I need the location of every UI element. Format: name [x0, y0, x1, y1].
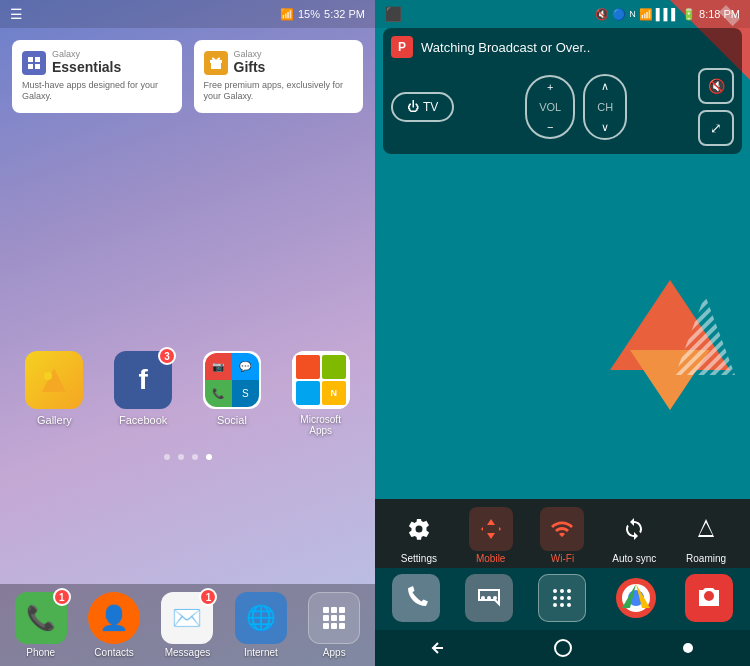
tv-power-button[interactable]: ⏻ TV	[391, 92, 454, 122]
recent-button[interactable]	[658, 630, 718, 666]
status-right-icons: 🔇 🔵 N 📶 ▌▌▌ 🔋 8:18 PM	[595, 8, 740, 21]
battery-text: 15%	[298, 8, 320, 20]
time-left: 5:32 PM	[324, 8, 365, 20]
tv-card-header: P Watching Broadcast or Over..	[391, 36, 734, 58]
time-right: 8:18 PM	[699, 8, 740, 20]
spacer-decoration	[375, 154, 750, 499]
dock-camera-right[interactable]	[677, 574, 742, 622]
camera-dock-icon-right	[685, 574, 733, 622]
dock-chat-right[interactable]	[457, 574, 522, 622]
signal-icon: 📶	[280, 8, 294, 21]
status-bar-right: ⬛ 🔇 🔵 N 📶 ▌▌▌ 🔋 8:18 PM	[375, 0, 750, 28]
svg-point-34	[555, 640, 571, 656]
gallery-icon-wrap	[25, 351, 83, 409]
qs-settings[interactable]: Settings	[387, 507, 451, 564]
app-grid: Gallery f 3 Facebook 📷 💬 📞 S	[0, 341, 375, 446]
vol-control[interactable]: + VOL −	[525, 75, 575, 139]
dock-apps-right[interactable]	[530, 574, 595, 622]
qs-mobile[interactable]: Mobile	[459, 507, 523, 564]
skype-q: S	[232, 380, 259, 407]
svg-rect-11	[323, 615, 329, 621]
gifts-desc: Free premium apps, exclusively for your …	[204, 80, 354, 103]
messages-label: Messages	[165, 647, 211, 658]
bluetooth-icon: 🔵	[612, 8, 626, 21]
expand-button[interactable]: ⤢	[698, 110, 734, 146]
dock-phone[interactable]: 📞 1 Phone	[8, 592, 73, 658]
dot-3[interactable]	[192, 454, 198, 460]
svg-rect-0	[28, 57, 33, 62]
svg-marker-6	[42, 368, 66, 392]
phone-dock-icon-right	[392, 574, 440, 622]
vol-down-icon: −	[547, 121, 553, 133]
card-header-gifts: Galaxy Gifts	[204, 50, 354, 76]
qs-wifi[interactable]: Wi-Fi	[530, 507, 594, 564]
qs-autosync[interactable]: Auto sync	[602, 507, 666, 564]
app-item-gallery[interactable]: Gallery	[15, 351, 93, 436]
app-item-facebook[interactable]: f 3 Facebook	[104, 351, 182, 436]
mute-tv-button[interactable]: 🔇	[698, 68, 734, 104]
nfc-icon: N	[629, 9, 636, 19]
tv-card-title: Watching Broadcast or Over..	[421, 40, 734, 55]
ms-q2	[322, 355, 346, 379]
mobile-qs-label: Mobile	[476, 553, 505, 564]
contacts-icon: 👤	[88, 592, 140, 644]
essentials-card[interactable]: Galaxy Essentials Must-have apps designe…	[12, 40, 182, 113]
chrome-dock-icon-right	[612, 574, 660, 622]
dock-contacts[interactable]: 👤 Contacts	[82, 592, 147, 658]
nav-bar-right	[375, 630, 750, 666]
internet-icon: 🌐	[235, 592, 287, 644]
facebook-label: Facebook	[119, 414, 167, 426]
autosync-qs-label: Auto sync	[612, 553, 656, 564]
whatsapp-q: 📞	[205, 380, 232, 407]
home-button[interactable]	[533, 630, 593, 666]
gifts-icon	[204, 51, 228, 75]
svg-rect-8	[323, 607, 329, 613]
app-item-microsoft[interactable]: N MicrosoftApps	[282, 351, 360, 436]
ch-control[interactable]: ∧ CH ∨	[583, 74, 627, 140]
quick-settings: Settings Mobile Wi-Fi Auto sync	[375, 499, 750, 568]
apps-label: Apps	[323, 647, 346, 658]
dot-2[interactable]	[178, 454, 184, 460]
dock-messages[interactable]: ✉️ 1 Messages	[155, 592, 220, 658]
dock-chrome-right[interactable]	[603, 574, 668, 622]
wifi-icon-right: 📶	[639, 8, 653, 21]
app-item-social[interactable]: 📷 💬 📞 S Social	[193, 351, 271, 436]
svg-point-30	[567, 603, 571, 607]
gifts-subtitle: Galaxy	[234, 50, 266, 59]
essentials-icon	[22, 51, 46, 75]
tv-right-buttons: 🔇 ⤢	[698, 68, 734, 146]
microsoft-icon: N	[292, 351, 350, 409]
apps-grid-icon	[308, 592, 360, 644]
settings-qs-label: Settings	[401, 553, 437, 564]
back-button[interactable]	[408, 630, 468, 666]
dock-phone-right[interactable]	[383, 574, 448, 622]
essentials-subtitle: Galaxy	[52, 50, 121, 59]
wifi-qs-icon	[540, 507, 584, 551]
svg-rect-5	[210, 60, 222, 63]
dot-4-active[interactable]	[206, 454, 212, 460]
svg-rect-13	[339, 615, 345, 621]
mobile-qs-icon	[469, 507, 513, 551]
card-header-essentials: Galaxy Essentials	[22, 50, 172, 76]
essentials-title: Essentials	[52, 59, 121, 76]
qs-roaming[interactable]: Roaming	[674, 507, 738, 564]
qs-row: Settings Mobile Wi-Fi Auto sync	[375, 507, 750, 564]
ch-down-icon: ∨	[601, 121, 609, 134]
svg-rect-14	[323, 623, 329, 629]
dock-internet[interactable]: 🌐 Internet	[228, 592, 293, 658]
gifts-card[interactable]: Galaxy Gifts Free premium apps, exclusiv…	[194, 40, 364, 113]
dock-apps[interactable]: Apps	[302, 592, 367, 658]
instagram-q: 📷	[205, 353, 232, 380]
svg-rect-12	[331, 615, 337, 621]
striped-decoration	[670, 290, 740, 380]
cards-area: Galaxy Essentials Must-have apps designe…	[0, 28, 375, 121]
status-icons-left: 📶 15% 5:32 PM	[280, 8, 365, 21]
svg-rect-10	[339, 607, 345, 613]
left-panel: ☰ 📶 15% 5:32 PM Galaxy Essentials Must-h…	[0, 0, 375, 666]
status-bar-left: ☰ 📶 15% 5:32 PM	[0, 0, 375, 28]
microsoft-label: MicrosoftApps	[300, 414, 341, 436]
gifts-title: Gifts	[234, 59, 266, 76]
messages-badge: 1	[199, 588, 217, 606]
gallery-icon	[25, 351, 83, 409]
dot-1[interactable]	[164, 454, 170, 460]
